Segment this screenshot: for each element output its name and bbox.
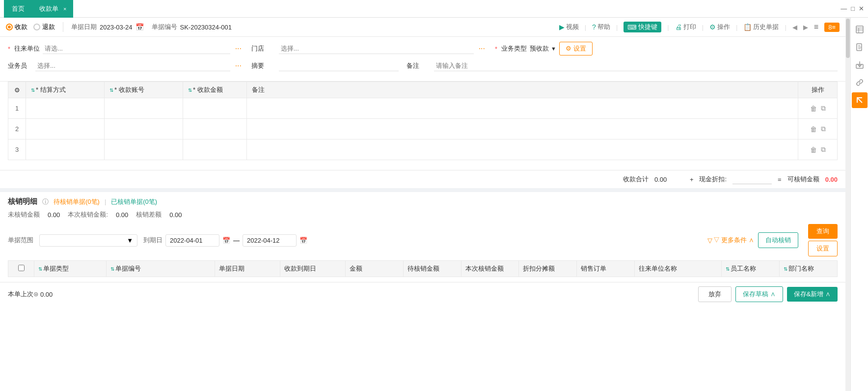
history-btn[interactable]: 📋 历史单据	[743, 23, 779, 31]
tab-close-icon[interactable]: ×	[63, 0, 66, 18]
tab-receipt[interactable]: 收款单 ×	[32, 0, 73, 18]
biz-type-required: *	[495, 45, 497, 53]
bottom-footer: 本单上次⊙ 0.00 放弃 保存草稿 ∧ 保存&新增 ∧	[0, 282, 845, 306]
row-account-3[interactable]	[105, 140, 183, 160]
close-btn[interactable]: ✕	[859, 5, 864, 12]
table-gear-header[interactable]: ⚙	[8, 82, 26, 98]
partner-label: 往来单位	[14, 44, 40, 53]
tab-pending[interactable]: 待核销单据(0笔)	[54, 197, 100, 206]
save-draft-btn[interactable]: 保存草稿 ∧	[735, 286, 783, 302]
col-partner-header: 往来单位名称	[635, 261, 722, 277]
delete-icon-3[interactable]: 🗑	[810, 146, 817, 154]
date-label: 单据日期	[71, 23, 97, 31]
svg-rect-0	[856, 26, 863, 33]
sidebar-link-icon[interactable]	[852, 75, 868, 90]
col-amount2-header: 金额	[345, 261, 403, 277]
mode-toggle[interactable]: 8≡	[824, 23, 840, 32]
range-select[interactable]: ▼	[39, 234, 137, 247]
nav-right-icon[interactable]: ▶	[803, 24, 808, 31]
filter-right: ▽ ▽ 更多条件 ∧ 自动核销	[707, 232, 798, 248]
store-more-icon[interactable]: ···	[477, 44, 487, 53]
sidebar-inbox-icon[interactable]	[852, 57, 868, 73]
due-date-to-input[interactable]	[243, 234, 297, 247]
remark-input[interactable]	[434, 60, 838, 71]
operations-btn[interactable]: ⚙ 操作	[709, 23, 730, 31]
col-billno-header: ⇅单据编号	[107, 261, 215, 277]
biz-type-value: 预收款	[530, 44, 549, 53]
row-settle-1[interactable]	[26, 98, 105, 119]
help-btn[interactable]: ? 帮助	[592, 23, 610, 31]
date-field: 单据日期 2023-03-24 📅	[71, 23, 144, 31]
scroll-thumb[interactable]	[846, 19, 850, 58]
date-separator: —	[233, 237, 240, 244]
col-action-header: 操作	[798, 82, 838, 98]
layout-icon[interactable]: ≡	[814, 23, 818, 31]
video-btn[interactable]: ▶ 视频	[559, 23, 579, 31]
sidebar-table-icon[interactable]	[852, 22, 868, 37]
row-amount-1[interactable]	[183, 98, 247, 119]
history-label: 历史单据	[753, 23, 779, 31]
sidebar-doc-icon[interactable]	[852, 39, 868, 55]
col-checkbox-header[interactable]	[8, 261, 34, 277]
row-account-2[interactable]	[105, 119, 183, 140]
partner-input[interactable]	[43, 43, 230, 54]
calendar-icon[interactable]: 📅	[136, 23, 144, 31]
copy-icon-1[interactable]: ⧉	[821, 104, 826, 112]
salesperson-more-icon[interactable]: ···	[233, 61, 244, 70]
copy-icon-2[interactable]: ⧉	[821, 125, 826, 133]
diff-label: 核销差额	[136, 210, 162, 219]
copy-icon-3[interactable]: ⧉	[821, 145, 826, 154]
store-input[interactable]	[279, 43, 474, 54]
shortcuts-btn[interactable]: ⌨ 快捷键	[624, 22, 661, 32]
writeoff-settings-btn[interactable]: 设置	[808, 241, 838, 256]
col-note-header: 备注	[247, 82, 798, 98]
settings-button[interactable]: ⚙ 设置	[559, 42, 593, 56]
col-account-header: ⇅* 收款账号	[105, 82, 183, 98]
select-all-checkbox[interactable]	[18, 265, 25, 271]
row-amount-2[interactable]	[183, 119, 247, 140]
receipt-type-radio[interactable]: 收款 退款	[6, 23, 55, 31]
row-note-1[interactable]	[247, 98, 798, 119]
summary-input[interactable]	[279, 60, 399, 71]
row-settle-3[interactable]	[26, 140, 105, 160]
salesperson-input[interactable]	[35, 60, 230, 71]
tab-done[interactable]: 已核销单据(0笔)	[111, 197, 157, 206]
form-row-2: 业务员 ··· 摘要 备注	[8, 60, 838, 71]
calendar-from-icon[interactable]: 📅	[222, 237, 230, 244]
discard-btn[interactable]: 放弃	[698, 286, 732, 302]
query-btn[interactable]: 查询	[808, 224, 838, 239]
sidebar-expand-icon[interactable]	[852, 92, 868, 108]
row-note-3[interactable]	[247, 140, 798, 160]
unverified-value: 0.00	[48, 211, 60, 219]
row-settle-2[interactable]	[26, 119, 105, 140]
row-account-1[interactable]	[105, 98, 183, 119]
col-salesorder-header: 销售订单	[577, 261, 635, 277]
minimize-btn[interactable]: —	[841, 5, 847, 12]
print-btn[interactable]: 🖨 打印	[675, 23, 696, 31]
discount-input[interactable]	[732, 174, 772, 184]
total-value: 0.00	[654, 176, 684, 183]
row-amount-3[interactable]	[183, 140, 247, 160]
radio-refund[interactable]: 退款	[33, 23, 55, 31]
store-field: 门店 ···	[251, 43, 487, 54]
delete-icon-1[interactable]: 🗑	[810, 105, 817, 112]
more-conditions-btn[interactable]: ▽ ▽ 更多条件 ∧	[707, 236, 754, 245]
delete-icon-2[interactable]: 🗑	[810, 125, 817, 133]
col-dept-header: ⇅部门名称	[779, 261, 837, 277]
save-new-btn[interactable]: 保存&新增 ∧	[787, 287, 838, 302]
scrollbar[interactable]	[845, 18, 850, 391]
due-date-from-input[interactable]	[165, 234, 219, 247]
auto-writeoff-btn[interactable]: 自动核销	[758, 232, 798, 248]
calendar-to-icon[interactable]: 📅	[299, 237, 307, 244]
tab-home[interactable]: 首页	[4, 0, 32, 18]
partner-more-icon[interactable]: ···	[233, 44, 244, 53]
salesperson-label: 业务员	[8, 61, 32, 70]
writeoff-info-icon[interactable]: ⓘ	[42, 197, 49, 206]
row-note-2[interactable]	[247, 119, 798, 140]
maximize-btn[interactable]: □	[851, 5, 855, 12]
summary-row: 收款合计 0.00 + 现金折扣: = 可核销金额 0.00	[0, 170, 845, 188]
radio-receipt[interactable]: 收款	[6, 23, 27, 31]
nav-left-icon[interactable]: ◀	[792, 24, 797, 31]
footer-stat: 本单上次⊙ 0.00	[8, 290, 53, 299]
biz-type-select[interactable]: 预收款 ▼	[530, 44, 556, 53]
